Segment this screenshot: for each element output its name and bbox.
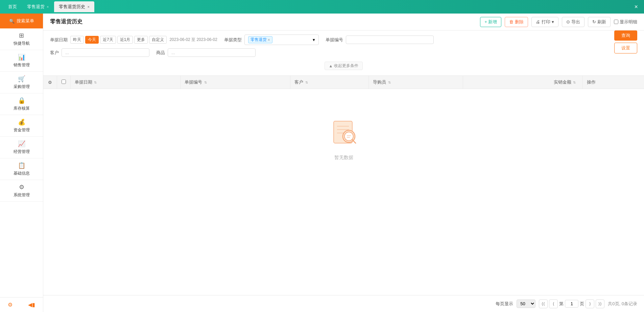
sidebar-item-inventory[interactable]: 🔒 库存核算 [0,93,43,115]
date-range-display: 2023-06-02 至 2023-06-02 [169,37,217,43]
empty-illustration [327,116,361,150]
th-number-label: 单据编号 [185,80,202,85]
th-guide-label: 导购员 [373,80,386,85]
th-amount[interactable]: 实销金额 ⇅ [463,76,583,89]
filter-settings-button[interactable]: 设置 [614,43,637,53]
th-number-sort-icon: ⇅ [204,81,207,84]
sidebar-settings-btn[interactable]: ⚙ [8,302,13,308]
date-filter-label: 单据日期 [50,37,68,43]
empty-state-cell: 暂无数据 [43,89,644,188]
tab-retail-return-history[interactable]: 零售退货历史 × [54,1,94,12]
purchase-icon: 🛒 [18,75,25,83]
type-tag-remove[interactable]: × [268,38,270,42]
finance-icon: 💰 [18,118,25,126]
show-detail-checkbox[interactable] [614,20,618,24]
tab-retail-return-label: 零售退货 [27,4,45,10]
sidebar-item-system[interactable]: ⚙ 系统管理 [0,180,43,202]
th-settings[interactable]: ⚙ [43,76,57,89]
tab-list: 首页 零售退货 × 零售退货历史 × [3,1,631,12]
delete-button[interactable]: 🗑 删除 [505,17,528,27]
page-label: 页 [580,301,584,307]
page-number-input[interactable] [565,300,578,308]
sidebar-item-basic[interactable]: 📋 基础信息 [0,158,43,180]
sidebar-item-inventory-label: 库存核算 [14,106,30,111]
window-close-btn[interactable]: × [631,2,641,12]
sidebar-item-purchase[interactable]: 🛒 采购管理 [0,72,43,93]
export-label: 导出 [571,19,580,25]
search-icon: 🔍 [9,19,15,24]
refresh-button[interactable]: ↻ 刷新 [588,17,611,27]
sidebar-item-purchase-label: 采购管理 [14,84,30,90]
tab-retail-return-history-close[interactable]: × [87,5,89,9]
page-last-btn[interactable]: ⟩⟩ [596,299,604,308]
sidebar-item-sales[interactable]: 📊 销售管理 [0,50,43,72]
tab-retail-return-close[interactable]: × [47,5,49,9]
filter-action-area: 查询 设置 [614,30,637,53]
total-info: 共0页, 0条记录 [608,301,637,307]
date-btn-today[interactable]: 今天 [85,36,99,44]
th-guide[interactable]: 导购员 ⇅ [369,76,463,89]
page-header: 零售退货历史 + 新增 🗑 删除 🖨 打印 ▾ ⊙ 导出 ↻ 刷新 [43,14,644,30]
table-body: 暂无数据 [43,89,644,188]
number-filter-input[interactable] [346,36,434,44]
type-filter-select[interactable]: 零售退货 × ▾ [244,35,319,45]
filter-area: 单据日期 昨天 今天 近7天 近1月 更多 自定义 2023-06-02 至 2… [43,30,644,76]
add-button[interactable]: + 新增 [480,17,501,27]
tab-retail-return-history-label: 零售退货历史 [59,4,85,10]
sidebar-sound-btn[interactable]: ◀▮ [28,302,35,308]
sidebar-item-system-label: 系统管理 [14,192,30,198]
basic-icon: 📋 [18,162,25,169]
th-customer[interactable]: 客户 ⇅ [290,76,369,89]
page-di-label: 第 [559,301,564,307]
page-title: 零售退货历史 [50,18,82,25]
page-first-btn[interactable]: ⟨⟨ [539,299,548,308]
collapse-button[interactable]: ▲ 收起更多条件 [325,62,363,70]
filter-goods: 商品 ... [156,48,256,57]
filter-row-2: 客户 ... 商品 ... [50,48,637,57]
goods-filter-input[interactable]: ... [168,48,256,57]
th-customer-sort-icon: ⇅ [305,81,308,84]
page-next-btn[interactable]: ⟩ [586,299,594,308]
sidebar-item-operation[interactable]: 📈 经营管理 [0,137,43,158]
tab-retail-return[interactable]: 零售退货 × [22,1,53,12]
page-prev-btn[interactable]: ⟨ [549,299,558,308]
filter-type: 单据类型 零售退货 × ▾ [224,35,319,45]
collapse-icon: ▲ [329,64,333,68]
collapse-label: 收起更多条件 [334,63,358,69]
type-tag: 零售退货 × [248,36,272,43]
date-btn-7days[interactable]: 近7天 [100,36,116,44]
customer-filter-input[interactable]: ... [62,48,149,57]
th-date[interactable]: 单据日期 ⇅ [70,76,180,89]
pagination: 每页显示 20 50 100 ⟨⟨ ⟨ 第 页 ⟩ ⟩⟩ 共0页, 0条记录 [43,295,644,312]
export-button[interactable]: ⊙ 导出 [562,17,585,27]
table-area: ⚙ 单据日期 ⇅ 单据编号 ⇅ 客户 ⇅ [43,76,644,295]
date-btn-more[interactable]: 更多 [134,36,148,44]
sidebar-item-quick-nav[interactable]: ⊞ 快捷导航 [0,28,43,50]
sidebar-item-quick-nav-label: 快捷导航 [14,41,30,46]
sales-icon: 📊 [18,53,25,61]
sidebar-search[interactable]: 🔍 搜索菜单 [0,14,43,28]
show-detail-label[interactable]: 显示明细 [614,19,637,25]
refresh-icon: ↻ [592,19,596,24]
th-check[interactable] [57,76,70,89]
select-all-checkbox[interactable] [62,80,66,84]
sidebar-item-basic-label: 基础信息 [14,171,30,176]
empty-state: 暂无数据 [43,89,644,188]
query-button[interactable]: 查询 [614,30,637,41]
date-btn-yesterday[interactable]: 昨天 [70,36,84,44]
sidebar-item-finance-label: 资金管理 [14,127,30,133]
print-button[interactable]: 🖨 打印 ▾ [531,17,558,27]
sidebar-item-finance[interactable]: 💰 资金管理 [0,115,43,137]
table-header-row: ⚙ 单据日期 ⇅ 单据编号 ⇅ 客户 ⇅ [43,76,644,89]
empty-row: 暂无数据 [43,89,644,188]
th-number[interactable]: 单据编号 ⇅ [180,76,290,89]
page-size-select[interactable]: 20 50 100 [517,299,535,308]
refresh-label: 刷新 [597,19,606,25]
tab-home[interactable]: 首页 [3,1,22,12]
date-btn-custom[interactable]: 自定义 [149,36,167,44]
top-bar: 首页 零售退货 × 零售退货历史 × × [0,0,644,14]
sidebar-item-sales-label: 销售管理 [14,62,30,68]
date-btn-1month[interactable]: 近1月 [117,36,133,44]
filter-date: 单据日期 昨天 今天 近7天 近1月 更多 自定义 2023-06-02 至 2… [50,36,217,44]
sidebar-bottom: ⚙ ◀▮ [0,297,43,312]
